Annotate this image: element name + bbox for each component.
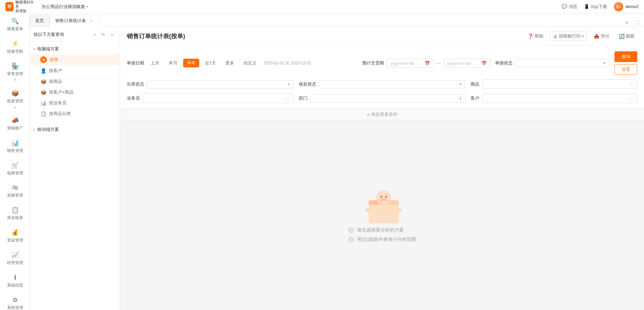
customer-dots: ··· [630, 96, 634, 101]
basicinfo-icon: ℹ [14, 274, 16, 281]
tab-bar: 首页 销售订单统计表 × ✕ ⛶ [30, 13, 644, 27]
sidebar-item-quicknav[interactable]: ⚡ 快捷导航 [0, 36, 29, 58]
date-label: 单据日期 [127, 60, 144, 66]
collapse-panel-button[interactable]: « [108, 31, 116, 38]
salesperson-select[interactable]: ··· [143, 94, 293, 103]
sidebar-item-system[interactable]: ⚙ 系统管理 [0, 292, 29, 310]
right-panel: 销售订单统计表(按单) ❓ 帮助 🖨 按模板打印 ▾ [120, 27, 644, 310]
desktop-group-title[interactable]: ▾ 电脑端方案 [30, 44, 120, 54]
svg-point-4 [380, 196, 382, 198]
page-actions: ❓ 帮助 🖨 按模板打印 ▾ 📤 导出 [525, 32, 637, 41]
settings-button[interactable]: 设置 [614, 64, 637, 75]
cur-year-btn[interactable]: 本年 [183, 59, 199, 67]
cur-month-btn[interactable]: 本月 [165, 59, 181, 67]
sidebar-item-finance[interactable]: 💰 资金管理 [0, 225, 29, 247]
wholesale-icon: 📦 [11, 90, 19, 97]
print-button[interactable]: 🖨 按模板打印 ▾ [550, 32, 587, 41]
expected-date-start[interactable]: yyyy-mm-dd 📅 [387, 59, 434, 68]
add-scheme-button[interactable]: + [91, 31, 98, 38]
sidebar-item-retail[interactable]: 🏪 零售管理 ▾ [0, 58, 29, 86]
mobile-group-title[interactable]: ▸ 移动端方案 [30, 124, 120, 135]
product-dots: ··· [630, 82, 634, 87]
marketing-icon: 📣 [11, 117, 19, 124]
calendar-start-icon: 📅 [425, 61, 430, 66]
department-group: 部门 ▾ [299, 94, 466, 103]
sidebar-item-wholesale[interactable]: 📦 批发管理 ▴ [0, 86, 29, 113]
export-button[interactable]: 📤 导出 [591, 32, 612, 41]
tab-bar-actions: ✕ ⛶ [620, 18, 644, 27]
tab-home[interactable]: 首页 [30, 14, 50, 27]
filter-row-1: 单据日期 上月 本月 本年 近7天 更多 自定义 2023-01-01 至 20… [127, 51, 637, 75]
sidebar-item-inventory[interactable]: 📋 库存核算 [0, 202, 29, 225]
finance-icon: 💰 [11, 229, 19, 236]
collapse-up-icon: ∧ [367, 112, 370, 117]
empty-state: 1 请先选择要分析的方案 2 用[过滤]条件来缩小分析范围 [120, 120, 644, 310]
scheme-item-by-order[interactable]: 按 按单 [30, 54, 120, 65]
scheme-item-by-category[interactable]: 📋 按商品分类 [30, 108, 120, 119]
app-download-button[interactable]: 📱 App下载 [584, 4, 607, 10]
fullscreen-action[interactable]: ⛶ [633, 18, 641, 27]
7days-btn[interactable]: 近7天 [201, 59, 220, 67]
user-area[interactable]: Ea demo2 [614, 2, 639, 11]
fullscreen-icon: ⛶ [635, 20, 640, 25]
filter-action-buttons: 查询 设置 [614, 51, 637, 75]
department-select[interactable]: ▾ [310, 94, 466, 103]
scheme-item-by-customer-product[interactable]: 📦 按客户+商品 [30, 87, 120, 98]
tab-sales-stats[interactable]: 销售订单统计表 × [50, 15, 100, 27]
edit-scheme-button[interactable]: ✎ [100, 31, 107, 38]
category-scheme-icon: 📋 [40, 111, 46, 116]
retail-icon: 🏪 [11, 62, 19, 70]
close-tab-icon: ✕ [625, 20, 629, 25]
sidebar: 🔍 搜索菜单 ⚡ 快捷导航 🏪 零售管理 ▾ 📦 批发管理 ▴ 📣 营销推广 📊… [0, 13, 30, 310]
salesperson-dots: ··· [286, 96, 290, 101]
message-button[interactable]: 💬 消息 [562, 4, 577, 10]
search-button[interactable]: 查询 [614, 51, 637, 62]
sidebar-item-purchase[interactable]: 🛍 采购管理 [0, 180, 29, 202]
message-icon: 💬 [562, 4, 567, 9]
delivery-status-select[interactable]: ▾ [147, 80, 293, 89]
edit-icon: ✎ [101, 32, 105, 37]
cust-prod-scheme-icon: 📦 [40, 90, 46, 95]
page-content: 按以下方案查询 + ✎ « [30, 27, 644, 310]
sidebar-item-sales[interactable]: 📊 销售管理 [0, 135, 29, 158]
svg-point-5 [385, 196, 387, 198]
collapse-bar[interactable]: ∧ 收起更多条件 [120, 108, 644, 120]
sales-icon: 📊 [11, 139, 19, 147]
scheme-badge: 按 [40, 56, 47, 63]
more-date-btn[interactable]: 更多 [222, 59, 238, 67]
empty-text: 1 请先选择要分析的方案 2 用[过滤]条件来缩小分析范围 [348, 227, 416, 243]
scheme-item-by-customer[interactable]: 👤 按客户 [30, 65, 120, 76]
expected-date-end[interactable]: yyyy-mm-dd 📅 [443, 59, 490, 68]
customer-group: 客户 ··· [471, 94, 637, 103]
sidebar-item-marketing[interactable]: 📣 营销推广 [0, 113, 29, 135]
sidebar-item-basic-info[interactable]: ℹ 基础信息 [0, 270, 29, 292]
sidebar-item-ecommerce[interactable]: 🛒 电商管理 [0, 158, 29, 180]
sidebar-item-operations[interactable]: 📈 经营管理 [0, 247, 29, 270]
filter-area: 单据日期 上月 本月 本年 近7天 更多 自定义 2023-01-01 至 20… [120, 46, 644, 108]
order-status-select[interactable]: ▾ [515, 59, 609, 67]
expand-icon-2: ▴ [14, 105, 16, 109]
help-button[interactable]: ❓ 帮助 [525, 32, 546, 41]
svg-point-3 [376, 190, 391, 205]
quicknav-icon: ⚡ [11, 40, 19, 47]
custom-date-btn[interactable]: 自定义 [240, 59, 260, 67]
payment-status-select[interactable]: ▾ [319, 80, 466, 89]
sidebar-item-search[interactable]: 🔍 搜索菜单 [0, 13, 29, 36]
customer-select[interactable]: ··· [482, 94, 637, 103]
print-expand-icon: ▾ [582, 34, 584, 39]
scheme-item-by-product[interactable]: 📦 按商品 [30, 76, 120, 87]
delivery-status-group: 出库状态 ▾ [127, 80, 293, 89]
logo-icon: 好 [5, 2, 13, 11]
close-tab-action[interactable]: ✕ [623, 18, 631, 27]
payment-status-group: 收款状态 ▾ [299, 80, 466, 89]
product-select[interactable]: ··· [482, 80, 637, 89]
last-month-btn[interactable]: 上月 [147, 59, 163, 67]
workspace-selector[interactable]: 办公用品行业模拟账套 ▾ [39, 2, 91, 11]
tab-close-button[interactable]: × [89, 18, 94, 23]
print-icon: 🖨 [553, 34, 557, 39]
refresh-button[interactable]: 🔄 刷新 [616, 32, 637, 41]
filter-row-2: 出库状态 ▾ 收款状态 ▾ [127, 80, 637, 89]
scheme-item-by-salesperson[interactable]: 📊 按业务员 [30, 98, 120, 108]
filter-section: 单据日期 上月 本月 本年 近7天 更多 自定义 2023-01-01 至 20… [120, 46, 644, 120]
content-area: 首页 销售订单统计表 × ✕ ⛶ 按以下方案查询 [30, 13, 644, 310]
